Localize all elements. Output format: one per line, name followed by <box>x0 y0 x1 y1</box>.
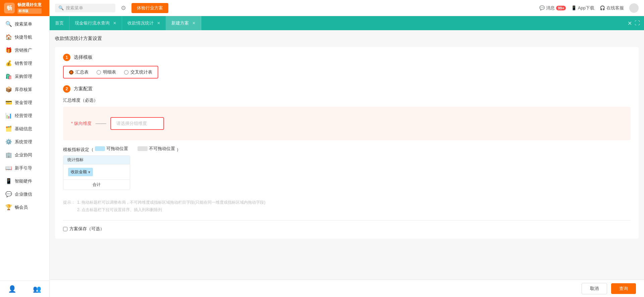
step1-section: 1 选择模板 汇总表 明细表 <box>63 54 631 79</box>
dimension-arrow: —— <box>96 120 106 127</box>
tab-home-label: 首页 <box>55 20 64 26</box>
radio-cross-label: 交叉统计表 <box>130 69 152 75</box>
query-button[interactable]: 查询 <box>611 283 636 294</box>
radio-detail-label: 明细表 <box>103 69 116 75</box>
save-section: 方案保存（可选） <box>63 220 631 232</box>
dimension-selector[interactable]: 请选择分组维度 <box>110 117 164 130</box>
tab-receipts-close[interactable]: ✕ <box>157 21 160 26</box>
dimension-area: * 纵向维度 —— 请选择分组维度 <box>63 107 631 140</box>
tab-bank[interactable]: 现金银行流水查询 ✕ <box>69 16 122 30</box>
close-all-icon[interactable]: ✕ <box>628 20 632 27</box>
save-checkbox-row[interactable]: 方案保存（可选） <box>63 226 631 232</box>
sidebar-item-enterprise[interactable]: 🏢 企业协同 <box>0 148 49 161</box>
sidebar-item-purchase[interactable]: 🛍️ 采购管理 <box>0 70 49 83</box>
sidebar-item-capital[interactable]: 💳 资金管理 <box>0 96 49 109</box>
sidebar-item-marketing[interactable]: 🎁 营销推广 <box>0 44 49 57</box>
tip-line-1: 提示： 1. 拖动标题栏可以调整布局，不可跨维度或指标区域拖动栏目字段(只能在同… <box>63 199 631 206</box>
dimension-row: * 纵向维度 —— 请选择分组维度 <box>71 117 164 130</box>
tip-text-1: 1. 拖动标题栏可以调整布局，不可跨维度或指标区域拖动栏目字段(只能在同一维度或… <box>77 199 265 206</box>
notification-label: 消息 <box>546 5 555 11</box>
sidebar-item-system[interactable]: ⚙️ 系统管理 <box>0 135 49 148</box>
metrics-tag-amount[interactable]: 收款金额 ▾ <box>68 168 93 176</box>
logo-icon: 畅 <box>4 3 15 13</box>
service-btn[interactable]: 🎧 在线客服 <box>600 5 624 11</box>
tab-new-plan-close[interactable]: ✕ <box>192 21 196 26</box>
book-icon: 📖 <box>5 165 12 171</box>
dimension-placeholder: 请选择分组维度 <box>116 121 147 126</box>
app-download-btn[interactable]: 📱 App下载 <box>571 5 594 11</box>
sidebar-item-label: 库存核算 <box>15 87 32 93</box>
legend-fixed-swatch <box>138 146 148 151</box>
sidebar-item-member[interactable]: 🏆 畅会员 <box>0 201 49 214</box>
building-icon: 🏢 <box>5 152 12 158</box>
settings-icon[interactable]: ⚙ <box>121 4 126 12</box>
page-content: 收款情况统计方案设置 1 选择模板 汇总表 <box>50 30 644 280</box>
sidebar-item-operations[interactable]: 📊 经营管理 <box>0 109 49 122</box>
user-icon: 👤 <box>8 285 16 293</box>
radio-cross-input[interactable] <box>124 70 128 75</box>
radio-detail[interactable]: 明细表 <box>97 69 116 75</box>
notification-badge: 99+ <box>556 6 566 10</box>
sidebar-item-quick-nav[interactable]: 🏠 快捷导航 <box>0 31 49 44</box>
topbar: 🔍 搜索菜单 ⚙ 体验行业方案 💬 消息 99+ 📱 App下载 🎧 在线客服 <box>50 0 644 16</box>
tab-new-plan[interactable]: 新建方案 ✕ <box>166 16 201 30</box>
page-title: 收款情况统计方案设置 <box>55 36 639 42</box>
sidebar-item-guide[interactable]: 📖 新手引导 <box>0 161 49 175</box>
gear-nav-icon: ⚙️ <box>5 139 12 145</box>
notification-btn[interactable]: 💬 消息 99+ <box>539 5 566 11</box>
tip-prefix-2 <box>63 206 75 214</box>
user-avatar[interactable] <box>629 3 639 13</box>
dimension-title: 汇总维度（必选） <box>63 97 631 103</box>
sidebar-item-hardware[interactable]: 📱 智能硬件 <box>0 175 49 188</box>
step1-badge: 1 <box>63 54 70 61</box>
save-checkbox[interactable] <box>63 227 67 231</box>
radio-summary[interactable]: 汇总表 <box>69 69 89 75</box>
search-nav-icon: 🔍 <box>5 21 12 27</box>
tab-home[interactable]: 首页 <box>50 16 69 30</box>
search-menu-box[interactable]: 🔍 搜索菜单 <box>55 4 115 12</box>
tab-receipts[interactable]: 收款情况统计 ✕ <box>122 16 166 30</box>
sidebar-item-label: 营销推广 <box>15 47 32 53</box>
tab-bank-close[interactable]: ✕ <box>113 21 116 26</box>
radio-cross[interactable]: 交叉统计表 <box>124 69 152 75</box>
radio-summary-input[interactable] <box>69 70 73 75</box>
template-select-box: 汇总表 明细表 交叉统计表 <box>63 66 158 79</box>
users-icon: 👥 <box>33 285 41 293</box>
step2-section: 2 方案配置 汇总维度（必选） * 纵向维度 —— 请选择分组维度 <box>63 85 631 213</box>
sidebar-item-label: 企业微信 <box>15 191 32 197</box>
tip-line-2: 2. 点击标题栏下拉可设置排序、插入列和删除列 <box>63 206 631 214</box>
service-icon: 🎧 <box>600 5 605 10</box>
expand-icon[interactable]: ⛶ <box>635 20 640 26</box>
tab-receipts-label: 收款情况统计 <box>127 20 154 26</box>
sidebar-item-base-info[interactable]: 🗂️ 基础信息 <box>0 122 49 135</box>
tips-section: 提示： 1. 拖动标题栏可以调整布局，不可跨维度或指标区域拖动栏目字段(只能在同… <box>63 199 631 213</box>
sidebar-item-inventory[interactable]: 📦 库存核算 <box>0 83 49 96</box>
sidebar-avatar2[interactable]: 👥 <box>30 284 44 294</box>
radio-detail-input[interactable] <box>97 70 101 75</box>
money-icon: 💰 <box>5 60 12 66</box>
dimension-row-label: * 纵向维度 <box>71 120 92 127</box>
service-label: 在线客服 <box>606 5 624 11</box>
legend-draggable-label: 可拖动位置 <box>106 146 128 152</box>
sidebar: 畅 畅捷通好生意 标准版 🔍 搜索菜单 🏠 快捷导航 🎁 营销推广 💰 销售管理… <box>0 0 50 297</box>
legend-draggable-swatch <box>95 146 105 151</box>
sidebar-item-sales[interactable]: 💰 销售管理 <box>0 57 49 70</box>
cancel-button[interactable]: 取消 <box>582 283 607 294</box>
sidebar-item-label: 智能硬件 <box>15 178 32 184</box>
industry-btn[interactable]: 体验行业方案 <box>131 3 168 13</box>
tab-bank-label: 现金银行流水查询 <box>75 20 110 26</box>
sidebar-nav: 🔍 搜索菜单 🏠 快捷导航 🎁 营销推广 💰 销售管理 🛍️ 采购管理 📦 库存… <box>0 16 49 281</box>
topbar-right: 💬 消息 99+ 📱 App下载 🎧 在线客服 <box>539 3 639 13</box>
shopping-icon: 🛍️ <box>5 73 12 80</box>
notification-icon: 💬 <box>539 5 545 10</box>
metrics-title-text: 模板指标设定（ <box>63 147 94 152</box>
sidebar-avatar1[interactable]: 👤 <box>5 284 19 294</box>
sidebar-item-wechat[interactable]: 💬 企业微信 <box>0 188 49 201</box>
dimension-config: 汇总维度（必选） * 纵向维度 —— 请选择分组维度 <box>63 97 631 140</box>
step2-title: 方案配置 <box>74 86 93 92</box>
sidebar-item-label: 新手引导 <box>15 165 32 171</box>
search-placeholder: 搜索菜单 <box>66 5 83 11</box>
sidebar-item-label: 采购管理 <box>15 73 32 80</box>
sidebar-item-label: 基础信息 <box>15 126 32 132</box>
sidebar-item-search[interactable]: 🔍 搜索菜单 <box>0 17 49 31</box>
